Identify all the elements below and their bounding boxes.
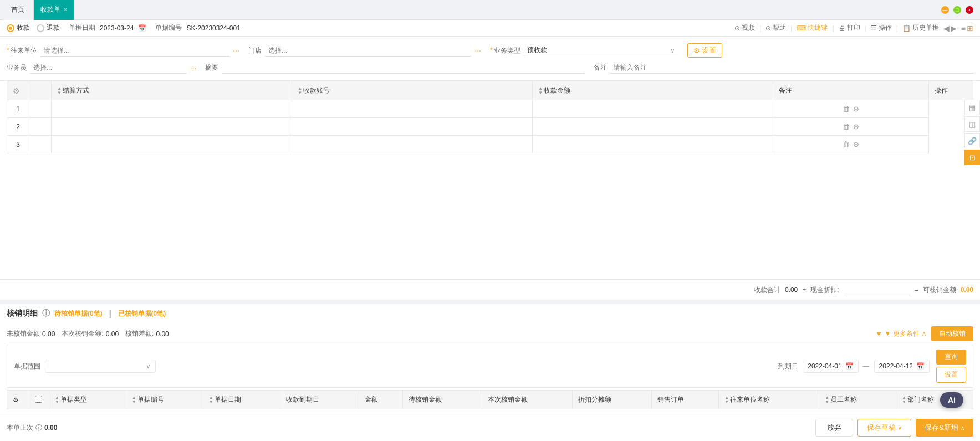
- row-1-settlement[interactable]: [29, 100, 52, 118]
- row-3-settlement[interactable]: [29, 136, 52, 153]
- bottom-info-icon[interactable]: ⓘ: [35, 423, 42, 433]
- row-1-delete-icon[interactable]: 🗑: [843, 105, 850, 113]
- form-settings-button[interactable]: ⚙ 设置: [687, 43, 722, 58]
- sort-arrows-account[interactable]: ▲▼: [298, 86, 302, 95]
- verify-tabs: 待核销单据(0笔) | 已核销单据(0笔): [54, 309, 166, 319]
- save-draft-button[interactable]: 保存草稿 ∧: [858, 419, 911, 437]
- keyboard-icon: ⌨: [797, 24, 806, 32]
- sidebar-doc-icon[interactable]: ◫: [964, 116, 980, 132]
- this-verify-value: 0.00: [106, 330, 119, 338]
- bottom-info: 本单上次 ⓘ 0.00: [7, 423, 57, 433]
- row-1-account[interactable]: [52, 100, 292, 118]
- store-more-icon[interactable]: ···: [474, 46, 481, 55]
- auto-verify-button[interactable]: 自动核销: [931, 326, 973, 341]
- row-2-remarks[interactable]: [533, 118, 773, 136]
- table-gear-header[interactable]: ⚙: [7, 81, 29, 100]
- sort-staff[interactable]: ▲▼: [825, 396, 829, 404]
- biz-type-select[interactable]: 预收款 ∨: [524, 44, 678, 57]
- help-button[interactable]: ⊙ 帮助: [765, 23, 786, 33]
- verify-settings-button[interactable]: 设置: [936, 367, 966, 383]
- store-field: 门店 ···: [248, 45, 481, 57]
- row-3-amount[interactable]: [292, 136, 533, 153]
- row-3-copy-icon[interactable]: ⊕: [853, 140, 859, 148]
- date-from-calendar-icon[interactable]: 📅: [845, 362, 854, 370]
- row-2-settlement[interactable]: [29, 118, 52, 136]
- staff-input[interactable]: [30, 62, 187, 74]
- row-1-amount[interactable]: [292, 100, 533, 118]
- calendar-icon[interactable]: 📅: [138, 24, 146, 32]
- verify-pending-tab[interactable]: 待核销单据(0笔): [54, 309, 103, 319]
- win-close-button[interactable]: ×: [966, 6, 973, 14]
- row-3-remarks[interactable]: [533, 136, 773, 153]
- sort-counterpart[interactable]: ▲▼: [724, 396, 729, 404]
- section-divider: [0, 300, 980, 304]
- store-input[interactable]: [265, 45, 471, 57]
- row-3-delete-icon[interactable]: 🗑: [843, 140, 850, 148]
- win-maximize-button[interactable]: □: [953, 6, 961, 14]
- radio-refund[interactable]: 退款: [37, 23, 60, 33]
- row-2-account[interactable]: [52, 118, 292, 136]
- table-row-num-header: [29, 81, 52, 100]
- win-minimize-button[interactable]: —: [941, 6, 949, 14]
- more-conditions-button[interactable]: ▼ ▼ 更多条件 ∧: [876, 329, 927, 339]
- verify-info-icon[interactable]: ⓘ: [42, 309, 50, 319]
- date-from-input[interactable]: 2022-04-01 📅: [803, 360, 858, 373]
- detail-num-header: ▲▼ 单据编号: [126, 391, 203, 409]
- date-to-calendar-icon[interactable]: 📅: [916, 362, 925, 370]
- sort-date[interactable]: ▲▼: [209, 396, 213, 404]
- row-3-account[interactable]: [52, 136, 292, 153]
- ops-button[interactable]: ☰ 操作: [871, 23, 892, 33]
- row-2-copy-icon[interactable]: ⊕: [853, 122, 859, 131]
- counterpart-input[interactable]: [40, 45, 230, 57]
- discount-input[interactable]: [844, 284, 910, 295]
- table-gear-icon[interactable]: ⚙: [13, 86, 20, 95]
- remarks-input[interactable]: [610, 62, 973, 74]
- summary-input[interactable]: [222, 62, 585, 74]
- date-to-input[interactable]: 2022-04-12 📅: [874, 360, 930, 373]
- verify-done-tab[interactable]: 已核销单据(0笔): [118, 309, 166, 319]
- row-1-copy-icon[interactable]: ⊕: [853, 105, 859, 113]
- detail-gear-icon[interactable]: ⚙: [13, 396, 19, 404]
- ai-button[interactable]: Ai: [940, 392, 963, 408]
- row-2-amount[interactable]: [292, 118, 533, 136]
- row-2-delete-icon[interactable]: 🗑: [843, 122, 850, 131]
- staff-more-icon[interactable]: ···: [190, 64, 197, 73]
- abandon-button[interactable]: 放弃: [815, 419, 853, 437]
- sidebar-expand-icon[interactable]: ⊡: [964, 150, 980, 165]
- row-1-remarks[interactable]: [533, 100, 773, 118]
- help-icon: ⊙: [765, 24, 771, 32]
- tab-close-icon[interactable]: ×: [64, 7, 67, 13]
- sort-num[interactable]: ▲▼: [132, 396, 136, 404]
- print-button[interactable]: 🖨 打印: [839, 23, 860, 33]
- net-value: 0.00: [961, 286, 973, 294]
- tab-home-label: 首页: [11, 5, 24, 14]
- detail-checkbox-header[interactable]: [29, 391, 49, 409]
- nav-prev-icon[interactable]: ◀: [943, 24, 950, 33]
- sidebar-link-icon[interactable]: 🔗: [964, 133, 980, 148]
- query-button[interactable]: 查询: [936, 350, 966, 365]
- layout-list-icon[interactable]: ≡: [961, 24, 966, 33]
- history-button[interactable]: 📋 历史单据: [902, 23, 939, 33]
- nav-next-icon[interactable]: ▶: [951, 24, 957, 33]
- sort-arrows-settlement[interactable]: ▲▼: [57, 86, 62, 95]
- total-label: 收款合计: [754, 285, 780, 295]
- range-select[interactable]: ∨: [45, 360, 156, 373]
- sidebar-table-icon[interactable]: ▦: [964, 100, 980, 115]
- save-new-button[interactable]: 保存&新增 ∧: [916, 419, 973, 437]
- unverified-label: 未核销金额: [7, 329, 40, 339]
- staff-label: 业务员: [7, 63, 27, 73]
- layout-grid-icon[interactable]: ⊞: [967, 24, 973, 33]
- unverified-value: 0.00: [42, 330, 55, 338]
- bottom-bar: 本单上次 ⓘ 0.00 放弃 保存草稿 ∧ 保存&新增 ∧: [0, 414, 980, 441]
- tab-receipt[interactable]: 收款单 ×: [34, 0, 74, 20]
- radio-receipt[interactable]: 收款: [7, 23, 30, 33]
- detail-gear-header[interactable]: ⚙: [7, 391, 29, 409]
- tab-home[interactable]: 首页: [2, 0, 34, 20]
- sort-dept[interactable]: ▲▼: [902, 396, 906, 404]
- counterpart-more-icon[interactable]: ···: [233, 46, 239, 55]
- video-button[interactable]: ⊙ 视频: [734, 23, 755, 33]
- shortcut-button[interactable]: ⌨ 快捷键: [797, 23, 828, 33]
- select-all-checkbox[interactable]: [35, 396, 42, 403]
- sort-arrows-amount[interactable]: ▲▼: [538, 86, 543, 95]
- sort-type[interactable]: ▲▼: [55, 396, 59, 404]
